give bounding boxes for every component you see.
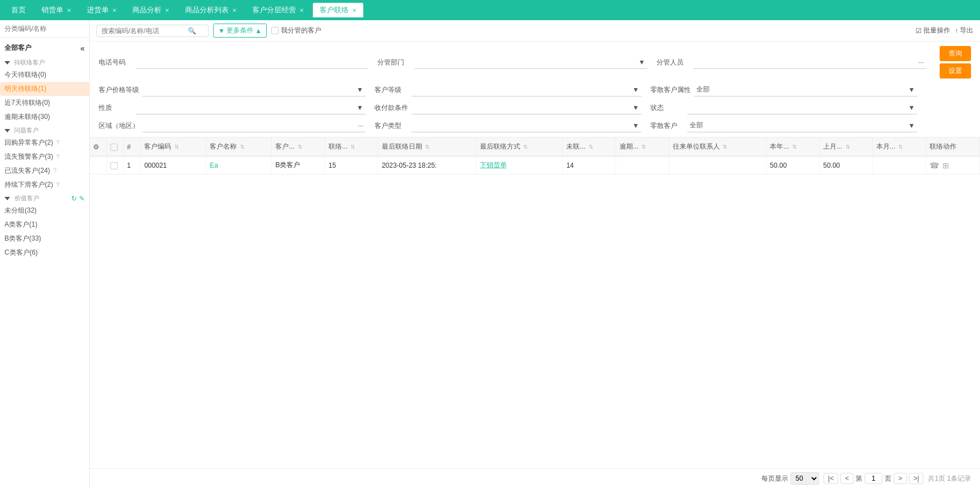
filter-search-icon[interactable]: 🔍 — [188, 27, 196, 35]
sidebar-item-tomorrow-pending[interactable]: 明天待联络(1) — [0, 82, 89, 96]
adv-filter-row4: 区域（地区） ··· 客户类型 ▼ 零散客户 全部 — [99, 119, 971, 132]
nav-item-customer-tier[interactable]: 客户分层经营 ✕ — [246, 3, 311, 17]
sidebar-item-ungrouped[interactable]: 未分组(32) — [0, 204, 89, 218]
sidebar-all-customers[interactable]: 全部客户 « — [4, 41, 85, 55]
select-all-checkbox[interactable] — [110, 144, 118, 151]
sidebar-item-lost-customers[interactable]: 已流失客户(24) ? — [0, 164, 89, 178]
sidebar-item-overdue-pending[interactable]: 逾期未联络(30) — [0, 110, 89, 124]
sort-last-month-icon[interactable]: ⇅ — [845, 144, 850, 150]
sort-name-icon[interactable]: ⇅ — [240, 144, 244, 150]
export-button[interactable]: ↑ 导出 — [955, 26, 973, 35]
refresh-icon-value[interactable]: ↻ — [71, 195, 77, 202]
page-size-select[interactable]: 50 100 200 — [791, 472, 819, 485]
filter-price-level-select[interactable]: ▼ — [142, 83, 366, 96]
sort-unlink-icon[interactable]: ⇅ — [589, 144, 593, 150]
filter-manager-select[interactable]: ··· — [694, 56, 926, 69]
filter-area-field: 区域（地区） ··· — [99, 119, 366, 132]
row-code: 000021 — [141, 156, 206, 174]
sidebar-collapse-icon[interactable]: « — [80, 44, 85, 53]
nav-item-customer-contact[interactable]: 客户联络 ✕ — [313, 3, 363, 17]
last-page-button[interactable]: >| — [909, 473, 923, 484]
nav-close-purchase[interactable]: ✕ — [112, 7, 117, 13]
nav-close-analysis[interactable]: ✕ — [165, 7, 169, 13]
nav-close-sales[interactable]: ✕ — [67, 7, 71, 13]
phone-input[interactable] — [138, 58, 366, 66]
sidebar-item-today-pending[interactable]: 今天待联络(0) — [0, 68, 89, 82]
sidebar-item-b-class[interactable]: B类客户(33) — [0, 232, 89, 246]
row-overdue — [616, 156, 669, 174]
prev-page-button[interactable]: < — [840, 473, 853, 484]
filter-phone-input[interactable] — [136, 56, 368, 69]
nav-item-home[interactable]: 首页 — [4, 3, 33, 17]
sidebar-item-churn-warning[interactable]: 流失预警客户(3) ? — [0, 150, 89, 164]
sidebar-item-repurchase-abnormal[interactable]: 回购异常客户(2) ? — [0, 136, 89, 150]
sidebar-pending-group-title: 待联络客户 — [0, 56, 89, 68]
sort-method-icon[interactable]: ⇅ — [523, 144, 528, 150]
sidebar-search-area: 🔍 — [0, 20, 89, 38]
nav-item-analysis-list[interactable]: 商品分析列表 ✕ — [178, 3, 243, 17]
sidebar-value-group-title: 价值客户 ↻ ✎ — [0, 192, 89, 204]
sidebar-item-c-class[interactable]: C类客户(6) — [0, 246, 89, 260]
gear-config-icon[interactable]: ⚙ — [93, 143, 99, 151]
th-seq: # — [123, 137, 141, 156]
row-action-phone-icon[interactable]: ☎ — [930, 161, 939, 170]
filter-dept-select[interactable]: ▼ — [414, 56, 647, 69]
nav-close-customer-contact[interactable]: ✕ — [352, 7, 357, 13]
filter-retail-attr-select[interactable]: 全部 ▼ — [694, 83, 917, 96]
chevron-up-icon: ▲ — [255, 27, 262, 35]
nav-close-analysis-list[interactable]: ✕ — [232, 7, 237, 13]
filter-search-input[interactable] — [101, 27, 186, 35]
nav-item-analysis[interactable]: 商品分析 ✕ — [126, 3, 176, 17]
page-number-input[interactable] — [865, 473, 882, 484]
filter-area-select[interactable]: ··· — [142, 119, 366, 132]
filter-customer-level-select[interactable]: ▼ — [412, 83, 641, 96]
row-method-link[interactable]: 下销货单 — [480, 161, 507, 169]
filter-more-conditions[interactable]: ▼ 更多条件 ▲ — [213, 24, 267, 38]
sort-type-icon[interactable]: ⇅ — [298, 144, 302, 150]
sort-this-month-icon[interactable]: ⇅ — [898, 144, 903, 150]
query-btn-group: 查询 设置 — [940, 46, 971, 79]
row-select-checkbox[interactable] — [110, 162, 118, 169]
th-contact-count: 联络... ⇅ — [325, 137, 378, 156]
top-nav: 首页 销货单 ✕ 进货单 ✕ 商品分析 ✕ 商品分析列表 ✕ 客户分层经营 ✕ … — [0, 0, 980, 20]
filter-payment-select[interactable]: ▼ — [412, 101, 641, 114]
row-checkbox — [107, 156, 123, 174]
sort-code-icon[interactable]: ⇅ — [174, 144, 179, 150]
sort-person-icon[interactable]: ⇅ — [723, 144, 727, 150]
next-page-button[interactable]: > — [894, 473, 907, 484]
price-level-chevron: ▼ — [357, 86, 363, 94]
nav-close-customer-tier[interactable]: ✕ — [299, 7, 304, 13]
filter-status-select[interactable]: ▼ — [687, 101, 917, 114]
set-button[interactable]: 设置 — [940, 63, 971, 79]
filter-retail-customer-select[interactable]: 全部 ▼ — [687, 119, 917, 132]
edit-icon-value[interactable]: ✎ — [79, 195, 85, 202]
page-nav: |< < 第 页 > >| — [824, 473, 923, 484]
batch-ops-button[interactable]: ☑ 批量操作 — [916, 26, 950, 35]
manager-dots-icon[interactable]: ··· — [918, 58, 924, 66]
sort-this-year-icon[interactable]: ⇅ — [792, 144, 797, 150]
customer-type-chevron: ▼ — [632, 122, 639, 130]
data-table: ⚙ # 客户编码 ⇅ 客户名称 ⇅ — [90, 137, 980, 174]
my-customers-checkbox-wrap: 我分管的客户 — [271, 26, 321, 35]
query-button[interactable]: 查询 — [940, 46, 971, 61]
page-size-control: 每页显示 50 100 200 — [761, 472, 819, 485]
th-unlink-days: 未联... ⇅ — [563, 137, 616, 156]
nav-item-sales[interactable]: 销货单 ✕ — [35, 3, 78, 17]
sidebar-search-input[interactable] — [4, 25, 89, 33]
area-dots-icon[interactable]: ··· — [358, 122, 363, 130]
nav-item-purchase[interactable]: 进货单 ✕ — [80, 3, 123, 17]
sidebar-item-week-pending[interactable]: 近7天待联络(0) — [0, 96, 89, 110]
first-page-button[interactable]: |< — [824, 473, 838, 484]
row-action-grid-icon[interactable]: ⊞ — [942, 161, 949, 170]
filter-customer-type-field: 客户类型 ▼ — [375, 119, 641, 132]
filter-customer-type-select[interactable]: ▼ — [412, 119, 641, 132]
filter-nature-select[interactable]: ▼ — [136, 101, 366, 114]
sidebar-item-declining[interactable]: 持续下滑客户(2) ? — [0, 178, 89, 192]
sort-date-icon[interactable]: ⇅ — [425, 144, 429, 150]
sidebar-item-a-class[interactable]: A类客户(1) — [0, 218, 89, 232]
retail-attr-chevron: ▼ — [908, 86, 915, 94]
sort-contact-icon[interactable]: ⇅ — [350, 144, 355, 150]
th-last-month: 上月... ⇅ — [820, 137, 873, 156]
sort-overdue-icon[interactable]: ⇅ — [641, 144, 646, 150]
my-customers-checkbox[interactable] — [271, 27, 279, 34]
